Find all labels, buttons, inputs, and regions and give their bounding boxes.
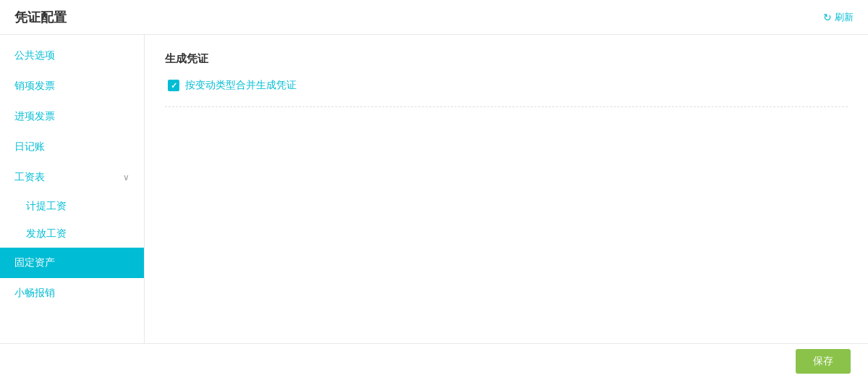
save-button[interactable]: 保存 (796, 349, 851, 374)
sidebar-label-fixed-assets: 固定资产 (14, 256, 55, 269)
sidebar-item-purchase-invoice[interactable]: 进项发票 (0, 101, 144, 132)
chevron-down-icon: ∨ (123, 172, 129, 182)
sidebar-item-journal[interactable]: 日记账 (0, 132, 144, 162)
sidebar-item-payroll-table[interactable]: 工资表∨ (0, 162, 144, 193)
footer: 保存 (0, 343, 868, 378)
sidebar-item-sales-invoice[interactable]: 销项发票 (0, 71, 144, 101)
sidebar-label-expense-claim: 小畅报销 (14, 287, 55, 300)
checkbox-label[interactable]: 按变动类型合并生成凭证 (185, 79, 297, 92)
sidebar-item-fixed-assets[interactable]: 固定资产 (0, 248, 144, 278)
sidebar-label-public-options: 公共选项 (14, 49, 55, 62)
checkbox-row: 按变动类型合并生成凭证 (165, 79, 848, 92)
sidebar: 公共选项销项发票进项发票日记账工资表∨计提工资发放工资固定资产小畅报销 (0, 35, 145, 343)
body-layout: 公共选项销项发票进项发票日记账工资表∨计提工资发放工资固定资产小畅报销 生成凭证… (0, 35, 868, 343)
main-content: 生成凭证 按变动类型合并生成凭证 (145, 35, 868, 343)
section-title: 生成凭证 (165, 52, 848, 66)
sidebar-label-sales-invoice: 销项发票 (14, 80, 55, 93)
refresh-button[interactable]: ↻ 刷新 (823, 11, 854, 24)
refresh-label: 刷新 (835, 11, 854, 24)
sidebar-label-journal: 日记账 (14, 140, 45, 154)
header: 凭证配置 ↻ 刷新 (0, 0, 868, 35)
page-title: 凭证配置 (14, 9, 67, 26)
sidebar-label-payroll-table: 工资表 (14, 171, 45, 184)
sidebar-item-expense-claim[interactable]: 小畅报销 (0, 278, 144, 308)
sidebar-item-calc-salary[interactable]: 计提工资 (0, 193, 144, 220)
sidebar-item-public-options[interactable]: 公共选项 (0, 41, 144, 71)
merge-by-type-checkbox[interactable] (168, 80, 179, 91)
sidebar-label-purchase-invoice: 进项发票 (14, 110, 55, 123)
refresh-icon: ↻ (823, 12, 832, 23)
sidebar-item-pay-salary[interactable]: 发放工资 (0, 220, 144, 248)
section-divider (165, 106, 848, 107)
